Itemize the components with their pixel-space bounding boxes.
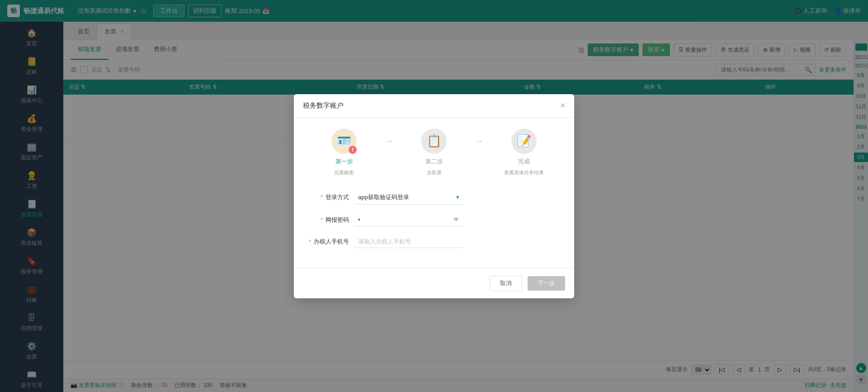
step1-icon: 🪪 — [337, 134, 351, 148]
step-1: 🪪 ! 第一步 完善账密 — [308, 129, 380, 176]
login-method-row: * 登录方式 app获取验证码登录 ▾ — [308, 191, 560, 205]
required-star: * — [321, 194, 323, 201]
required-star: * — [321, 216, 323, 223]
step1-badge: ! — [349, 146, 357, 154]
modal-footer: 取消 下一步 — [294, 268, 574, 298]
login-method-label: * 登录方式 — [308, 193, 349, 201]
login-method-value: app获取验证码登录 — [358, 193, 409, 201]
step-2: 📋 第二步 去取票 — [398, 129, 470, 176]
next-button[interactable]: 下一步 — [528, 276, 565, 291]
step3-icon-wrap: 📝 — [511, 129, 537, 154]
arrow-2-3: → — [470, 136, 488, 146]
step3-icon: 📝 — [517, 134, 531, 148]
step3-label: 完成 — [518, 158, 530, 166]
phone-input[interactable] — [354, 235, 463, 248]
step2-icon-wrap: 📋 — [421, 129, 447, 154]
login-method-select[interactable]: app获取验证码登录 ▾ — [354, 191, 463, 205]
modal-overlay[interactable]: 税务数字账户 × 🪪 ! 第一步 完善账密 → — [0, 0, 868, 392]
modal-title: 税务数字账户 — [303, 101, 344, 110]
step2-icon: 📋 — [427, 134, 441, 148]
phone-row: * 办税人手机号 — [308, 235, 560, 248]
password-input[interactable] — [358, 215, 453, 224]
required-star: * — [309, 238, 311, 245]
step3-desc: 查看具体任务结果 — [504, 169, 544, 176]
modal-body: 🪪 ! 第一步 完善账密 → 📋 第二步 去取票 → — [294, 118, 574, 268]
password-row: * 网报密码 👁 — [308, 214, 560, 226]
dropdown-arrow-icon: ▾ — [456, 194, 459, 201]
step1-desc: 完善账密 — [334, 169, 354, 176]
modal-header: 税务数字账户 × — [294, 94, 574, 118]
step1-icon-wrap: 🪪 ! — [331, 129, 357, 154]
step2-desc: 去取票 — [427, 169, 442, 176]
step-3: 📝 完成 查看具体任务结果 — [488, 129, 560, 176]
eye-toggle-icon[interactable]: 👁 — [453, 216, 459, 223]
modal-close-button[interactable]: × — [560, 101, 565, 110]
tax-account-modal: 税务数字账户 × 🪪 ! 第一步 完善账密 → — [294, 94, 574, 298]
modal-form: * 登录方式 app获取验证码登录 ▾ * 网报密码 — [308, 191, 560, 248]
step1-label: 第一步 — [335, 158, 353, 166]
step2-label: 第二步 — [425, 158, 443, 166]
cancel-button[interactable]: 取消 — [490, 276, 522, 291]
phone-label: * 办税人手机号 — [308, 238, 349, 246]
arrow-1-2: → — [380, 136, 398, 146]
steps: 🪪 ! 第一步 完善账密 → 📋 第二步 去取票 → — [308, 129, 560, 176]
password-label: * 网报密码 — [308, 216, 349, 224]
